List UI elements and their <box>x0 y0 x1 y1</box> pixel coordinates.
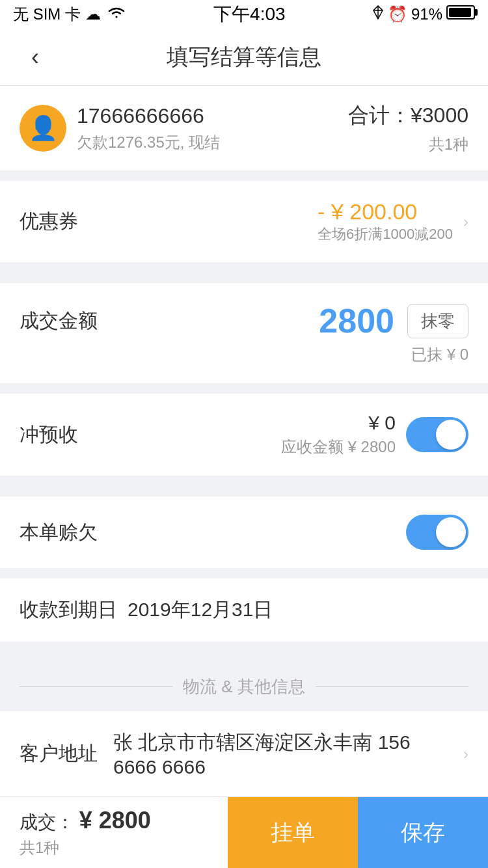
avatar-icon: 👤 <box>29 115 58 142</box>
status-time: 下午4:03 <box>213 2 286 27</box>
bottom-deal-label: 成交： <box>20 812 74 832</box>
amount-sub: 已抹 ¥ 0 <box>20 344 468 365</box>
customer-left: 👤 17666666666 欠款1276.35元, 现结 <box>20 104 220 153</box>
precollect-sub: 应收金额 ¥ 2800 <box>281 437 396 457</box>
amount-label: 成交金额 <box>20 308 98 334</box>
duedate-value: 2019年12月31日 <box>128 597 273 623</box>
customer-phone: 17666666666 <box>77 104 220 128</box>
debt-label: 本单赊欠 <box>20 519 98 546</box>
address-label: 客户地址 <box>20 740 98 767</box>
nav-bar: ‹ 填写结算等信息 <box>0 29 488 86</box>
divider-1 <box>0 273 488 283</box>
bottom-deal-row: 成交： ¥ 2800 <box>20 807 208 835</box>
coupon-label: 优惠券 <box>20 208 78 235</box>
precollect-label: 冲预收 <box>20 422 78 448</box>
pending-button[interactable]: 挂单 <box>228 797 358 869</box>
amount-section: 成交金额 2800 抹零 已抹 ¥ 0 <box>0 283 488 383</box>
battery-icon <box>446 5 475 23</box>
no-sim-label: 无 SIM 卡 ☁ <box>13 4 101 25</box>
round-button[interactable]: 抹零 <box>407 304 468 338</box>
customer-card: 👤 17666666666 欠款1276.35元, 现结 合计：¥3000 共1… <box>0 86 488 170</box>
bottom-count: 共1种 <box>20 837 208 858</box>
bottom-deal-amount: ¥ 2800 <box>79 807 151 834</box>
save-button[interactable]: 保存 <box>358 797 488 869</box>
coupon-right: - ¥ 200.00 全场6折满1000减200 › <box>318 199 468 244</box>
location-icon <box>372 5 384 23</box>
divider-2 <box>0 486 488 496</box>
precollect-row: 冲预收 ¥ 0 应收金额 ¥ 2800 <box>20 412 468 457</box>
duedate-label: 收款到期日 <box>20 597 117 623</box>
duedate-section: 收款到期日 2019年12月31日 <box>0 578 488 642</box>
address-value: 张 北京市市辖区海淀区永丰南 156 6666 6666 <box>113 729 458 778</box>
battery-percent: 91% <box>411 5 442 23</box>
debt-section: 本单赊欠 <box>0 496 488 568</box>
precollect-toggle[interactable] <box>406 417 468 452</box>
amount-row: 成交金额 2800 抹零 <box>20 301 468 340</box>
address-chevron-icon: › <box>463 745 468 763</box>
debt-toggle-knob <box>436 517 466 547</box>
precollect-right: ¥ 0 应收金额 ¥ 2800 <box>281 412 468 457</box>
bottom-summary: 成交： ¥ 2800 共1种 <box>0 807 228 858</box>
amount-right: 2800 抹零 <box>319 301 468 340</box>
logistics-header-text: 物流 & 其他信息 <box>183 675 305 698</box>
duedate-row: 收款到期日 2019年12月31日 <box>20 597 468 623</box>
status-left: 无 SIM 卡 ☁ <box>13 4 127 25</box>
divider-3 <box>0 652 488 662</box>
header-line-right <box>316 686 468 687</box>
wifi-icon <box>106 5 127 23</box>
bottom-bar: 成交： ¥ 2800 共1种 挂单 保存 <box>0 796 488 868</box>
back-button[interactable]: ‹ <box>16 38 55 77</box>
coupon-discount: - ¥ 200.00 <box>318 199 453 224</box>
customer-total: 合计：¥3000 共1种 <box>348 102 468 155</box>
address-section[interactable]: 客户地址 张 北京市市辖区海淀区永丰南 156 6666 6666 › <box>0 711 488 796</box>
page-title: 填写结算等信息 <box>167 42 321 72</box>
total-amount: 合计：¥3000 <box>348 102 468 130</box>
logistics-header: 物流 & 其他信息 <box>0 662 488 711</box>
coupon-desc: 全场6折满1000减200 <box>318 224 453 244</box>
main-content: 👤 17666666666 欠款1276.35元, 现结 合计：¥3000 共1… <box>0 86 488 868</box>
coupon-row[interactable]: 优惠券 - ¥ 200.00 全场6折满1000减200 › <box>0 181 488 262</box>
precollect-amount: ¥ 0 <box>281 412 396 434</box>
customer-debt: 欠款1276.35元, 现结 <box>77 132 220 153</box>
status-bar: 无 SIM 卡 ☁ 下午4:03 ⏰ 91% <box>0 0 488 29</box>
avatar: 👤 <box>20 105 66 152</box>
precollect-section: 冲预收 ¥ 0 应收金额 ¥ 2800 <box>0 394 488 476</box>
customer-info: 17666666666 欠款1276.35元, 现结 <box>77 104 220 153</box>
header-line-left <box>20 686 172 687</box>
total-count: 共1种 <box>348 134 468 155</box>
status-right: ⏰ 91% <box>372 5 475 23</box>
coupon-chevron-icon: › <box>463 213 468 231</box>
precollect-info: ¥ 0 应收金额 ¥ 2800 <box>281 412 396 457</box>
amount-value: 2800 <box>319 301 394 340</box>
debt-toggle[interactable] <box>406 515 468 550</box>
toggle-knob <box>436 420 466 450</box>
alarm-icon: ⏰ <box>388 5 407 23</box>
